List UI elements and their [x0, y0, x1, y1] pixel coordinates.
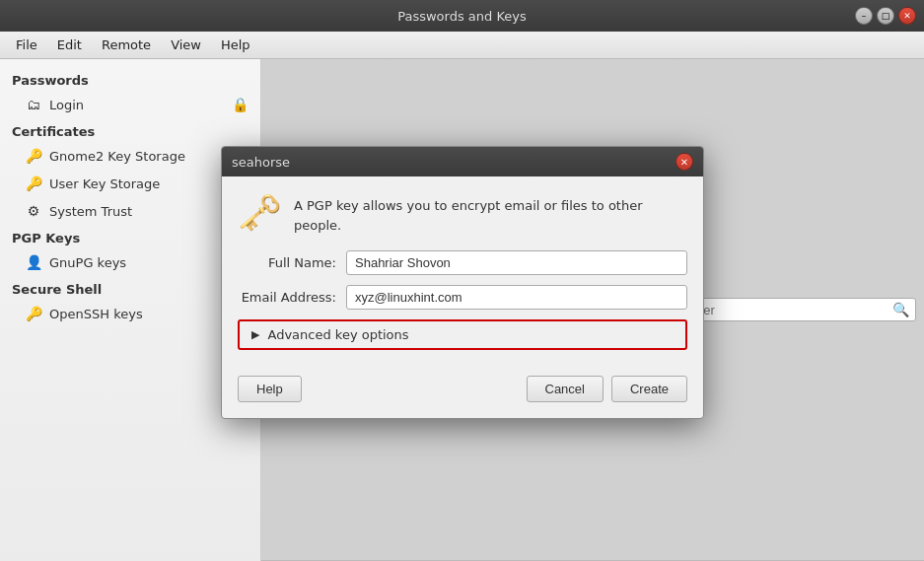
login-icon: 🗂 — [24, 95, 43, 114]
sidebar-systemtrust-label: System Trust — [49, 204, 132, 219]
title-bar: Passwords and Keys – □ ✕ — [0, 0, 924, 32]
menu-bar: File Edit Remote View Help — [0, 32, 924, 59]
dialog-title: seahorse — [232, 155, 290, 170]
fullname-input[interactable] — [346, 250, 687, 275]
menu-help[interactable]: Help — [213, 35, 258, 55]
menu-file[interactable]: File — [8, 35, 45, 55]
close-button[interactable]: ✕ — [898, 7, 916, 25]
advanced-key-options[interactable]: ▶ Advanced key options — [238, 319, 687, 350]
gnome2-icon: 🔑 — [24, 146, 43, 166]
window-title: Passwords and Keys — [397, 9, 527, 24]
userkey-icon: 🔑 — [24, 174, 43, 193]
dialog-footer: Help Cancel Create — [222, 366, 703, 418]
sidebar-gnupg-label: GnuPG keys — [49, 255, 126, 270]
seahorse-dialog: seahorse ✕ 🗝️ A PGP key allows you to en… — [221, 146, 704, 419]
fullname-label: Full Name: — [238, 255, 346, 270]
login-lock-icon: 🔒 — [232, 97, 249, 112]
minimize-button[interactable]: – — [855, 7, 873, 25]
dialog-right-buttons: Cancel Create — [527, 376, 688, 402]
advanced-arrow-icon: ▶ — [251, 328, 259, 341]
openssh-icon: 🔑 — [24, 304, 43, 323]
dialog-body: 🗝️ A PGP key allows you to encrypt email… — [222, 176, 703, 366]
sidebar-login-label: Login — [49, 98, 84, 112]
dialog-title-bar: seahorse ✕ — [222, 147, 703, 176]
section-passwords: Passwords — [0, 67, 260, 91]
email-input[interactable] — [346, 285, 687, 310]
sidebar-item-gnome2[interactable]: 🔑 Gnome2 Key Storage — [0, 142, 197, 170]
email-label: Email Address: — [238, 290, 346, 305]
menu-view[interactable]: View — [163, 35, 209, 55]
sidebar-item-login[interactable]: 🗂 Login — [0, 91, 96, 118]
dialog-description-row: 🗝️ A PGP key allows you to encrypt email… — [238, 192, 687, 235]
create-button[interactable]: Create — [611, 376, 687, 402]
search-icon: 🔍 — [892, 302, 909, 317]
help-button[interactable]: Help — [238, 376, 302, 402]
cancel-button[interactable]: Cancel — [527, 376, 604, 402]
filter-box: 🔍 — [679, 298, 916, 321]
fullname-row: Full Name: — [238, 250, 687, 275]
sidebar-userkey-label: User Key Storage — [49, 176, 160, 191]
pgp-key-icon: 🗝️ — [238, 192, 282, 234]
gnupg-icon: 👤 — [24, 252, 43, 272]
sidebar-openssh-label: OpenSSH keys — [49, 307, 143, 321]
sidebar-gnome2-label: Gnome2 Key Storage — [49, 149, 185, 164]
filter-input[interactable] — [686, 303, 892, 317]
section-certificates: Certificates — [0, 118, 260, 142]
advanced-label: Advanced key options — [267, 327, 408, 342]
window-controls: – □ ✕ — [855, 7, 916, 25]
systemtrust-icon: ⚙ — [24, 201, 43, 221]
maximize-button[interactable]: □ — [877, 7, 894, 25]
dialog-close-button[interactable]: ✕ — [675, 153, 693, 171]
menu-edit[interactable]: Edit — [49, 35, 90, 55]
email-row: Email Address: — [238, 285, 687, 310]
dialog-description: A PGP key allows you to encrypt email or… — [294, 192, 687, 235]
menu-remote[interactable]: Remote — [94, 35, 159, 55]
sidebar-login-row: 🗂 Login 🔒 — [0, 91, 260, 118]
